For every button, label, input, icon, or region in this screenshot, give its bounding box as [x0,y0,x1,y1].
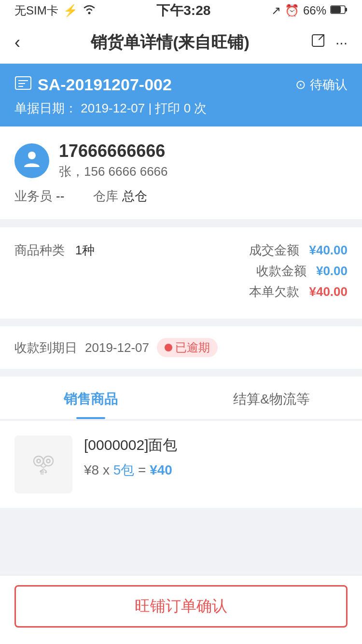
svg-rect-3 [345,8,347,12]
product-name: [0000002]面包 [84,435,348,455]
tab-settlement[interactable]: 结算&物流等 [181,377,362,419]
status-bar: 无SIM卡 ⚡ 下午3:28 ↗ ⏰ 66% [0,0,362,21]
confirm-order-button[interactable]: 旺铺订单确认 [14,585,348,628]
battery-label: 66% [303,4,326,17]
price-value: ¥8 [84,462,99,477]
user-icon [22,149,42,172]
status-time: 下午3:28 [156,1,210,20]
svg-rect-2 [331,6,341,13]
page-title: 销货单详情(来自旺铺) [30,31,310,54]
product-item: 管+ [0000002]面包 ¥8 x 5包 = ¥40 [0,421,362,508]
alarm-icon: ⏰ [285,4,299,17]
svg-point-9 [28,152,36,159]
order-date: 单据日期： 2019-12-07 | 打印 0 次 [14,100,348,117]
svg-point-0 [88,12,90,14]
back-button[interactable]: ‹ [14,32,30,53]
wifi-signal-icon [83,4,96,17]
total-value: ¥40 [150,462,172,477]
product-logo-icon: 管+ [27,450,60,479]
collected-value: ¥0.00 [316,264,348,279]
order-number: SA-20191207-002 [14,75,172,94]
bottom-bar: 旺铺订单确认 [0,575,362,644]
customer-card: 17666666666 张，156 6666 6666 业务员 -- 仓库 总仓 [0,126,362,220]
share-button[interactable] [310,33,326,52]
product-image: 管+ [14,435,72,493]
customer-top: 17666666666 张，156 6666 6666 [14,141,348,180]
sales-value: -- [56,189,64,204]
due-date-label: 收款到期日 [14,339,77,356]
tabs: 销售商品 结算&物流等 [0,377,362,420]
svg-point-14 [38,460,40,462]
avatar [14,143,49,178]
sales-label: 业务员 [14,188,52,205]
nav-bar: ‹ 销货单详情(来自旺铺) ··· [0,21,362,64]
warehouse-value: 总仓 [122,188,147,205]
owe-label: 本单欠款 [249,283,299,300]
deal-amount-value: ¥40.00 [309,243,348,258]
overdue-icon [165,344,172,351]
customer-meta: 业务员 -- 仓库 总仓 [14,188,348,205]
owe-value: ¥40.00 [309,284,348,299]
qty-value: 5包 [113,462,135,477]
order-status: ⊙ 待确认 [295,76,348,93]
overdue-text: 已逾期 [175,340,210,355]
equals-sign: = [138,462,150,477]
order-icon [14,75,32,94]
svg-text:管+: 管+ [40,470,47,475]
carrier-label: 无SIM卡 [14,3,58,18]
battery-icon [330,4,348,17]
location-icon: ↗ [271,4,281,17]
nav-actions: ··· [310,33,348,52]
due-date-section: 收款到期日 2019-12-07 已逾期 [0,326,362,369]
tab-sales-products[interactable]: 销售商品 [0,377,181,419]
order-header: SA-20191207-002 ⊙ 待确认 单据日期： 2019-12-07 |… [0,64,362,126]
customer-name: 张，156 6666 6666 [59,163,168,180]
more-button[interactable]: ··· [335,34,348,51]
wifi-icon: ⚡ [63,4,78,17]
summary-card: 商品种类 1种 成交金额 ¥40.00 收款金额 ¥0.00 本单欠款 ¥40.… [0,227,362,319]
multiply-sign: x [103,462,113,477]
status-left: 无SIM卡 ⚡ [14,3,96,18]
warehouse-label: 仓库 [93,188,118,205]
product-type-value: 1种 [75,243,95,257]
product-type: 商品种类 1种 [14,242,95,259]
customer-phone: 17666666666 [59,141,168,161]
deal-amount-label: 成交金额 [249,242,299,259]
product-type-label: 商品种类 [14,243,65,257]
product-price: ¥8 x 5包 = ¥40 [84,461,348,479]
collected-label: 收款金额 [256,263,306,280]
svg-point-15 [47,460,49,462]
due-date-value: 2019-12-07 [85,340,149,355]
clock-icon: ⊙ [295,77,306,92]
overdue-badge: 已逾期 [157,338,218,357]
product-info: [0000002]面包 ¥8 x 5包 = ¥40 [84,435,348,479]
status-right: ↗ ⏰ 66% [271,4,348,17]
amounts: 成交金额 ¥40.00 收款金额 ¥0.00 本单欠款 ¥40.00 [249,242,348,304]
